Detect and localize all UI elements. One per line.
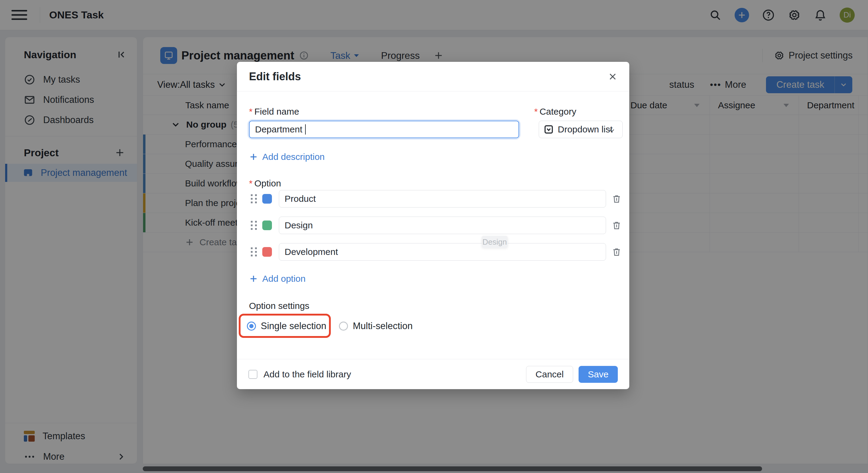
modal-title: Edit fields [249,70,301,83]
plus-icon [249,152,258,161]
option-settings-label: Option settings [249,301,309,311]
option-input[interactable] [279,217,606,234]
multi-selection-radio[interactable]: Multi-selection [339,321,412,332]
text-cursor [305,124,306,134]
cancel-button[interactable]: Cancel [526,366,573,383]
delete-option-icon[interactable] [612,247,621,257]
dropdown-list-icon [544,125,554,134]
field-name-input[interactable] [249,121,519,138]
field-library-checkbox[interactable] [248,370,257,379]
category-label: Category [534,106,576,117]
option-color-swatch[interactable] [262,247,272,257]
option-input[interactable] [279,243,606,261]
delete-option-icon[interactable] [612,194,621,203]
option-color-swatch[interactable] [262,194,272,203]
radio-icon [339,322,348,330]
category-select[interactable]: Dropdown list [539,121,623,138]
single-selection-radio[interactable]: Single selection [247,321,326,332]
drag-handle-icon[interactable] [251,221,257,230]
option-label: Option [249,178,281,189]
save-button[interactable]: Save [579,366,618,383]
option-color-swatch[interactable] [262,221,272,230]
field-name-label: Field name [249,106,299,117]
drag-ghost-tooltip: Design [482,236,508,248]
drag-handle-icon[interactable] [251,247,257,256]
category-value: Dropdown list [558,124,613,134]
option-input[interactable] [279,190,606,208]
delete-option-icon[interactable] [612,221,621,230]
plus-icon [249,274,258,283]
add-option-link[interactable]: Add option [249,274,305,284]
edit-fields-modal: Edit fields Field name Category Dropdown… [237,62,629,389]
add-description-link[interactable]: Add description [249,152,325,162]
option-row [237,217,629,234]
radio-icon [247,322,256,330]
close-icon[interactable] [608,72,617,81]
drag-handle-icon[interactable] [251,194,257,203]
option-row [237,243,629,261]
option-row [237,190,629,208]
chevron-down-icon [609,128,615,133]
field-library-label: Add to the field library [264,369,351,379]
